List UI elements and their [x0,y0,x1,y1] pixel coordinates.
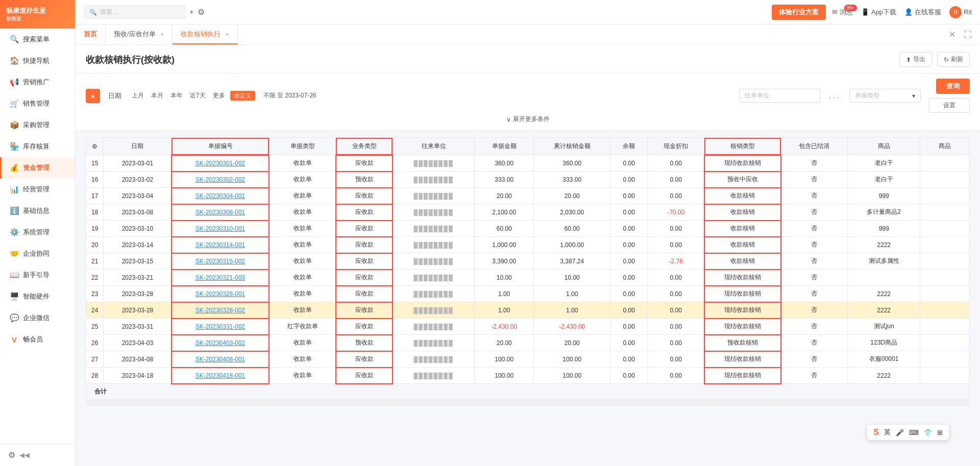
cell-doc-no[interactable]: SK-20230328-001 [172,286,269,302]
table-row: 27 2023-04-08 SK-20230408-001 收款单 应收款 ██… [86,351,970,367]
tab-action-close-icon[interactable]: ✕ [947,28,958,41]
sidebar-item-hardware[interactable]: 🖥️ 智能硬件 [0,286,75,307]
cell-doc-type: 收款单 [269,269,336,286]
cell-verified: 10.00 [534,269,610,286]
filter-receipt-type-select[interactable]: 单据类型 ▾ [849,89,921,103]
topbar-gear-icon[interactable]: ⚙ [198,7,205,17]
sidebar-item-quicknav[interactable]: 🏠 快捷导航 [0,50,75,71]
tab-home[interactable]: 首页 [76,24,106,44]
sidebar-item-wechat[interactable]: 💬 企业微信 [0,307,75,329]
industry-solution-button[interactable]: 体验行业方案 [772,5,826,20]
th-biz-type: 业务类型 [336,138,393,155]
cell-doc-type: 收款单 [269,204,336,220]
sidebar-item-operation[interactable]: 📊 经营管理 [0,179,75,200]
topbar-search-placeholder: 搜索... [100,8,117,16]
filter-date-this-year[interactable]: 本年 [168,90,185,101]
cell-doc-no[interactable]: SK-20230403-002 [172,335,269,351]
purchase-icon: 📦 [10,120,19,130]
cell-verified: -2,430.00 [534,318,610,335]
tab-current-close[interactable]: × [226,31,229,37]
cell-included: 否 [781,155,848,171]
tab-prepay[interactable]: 预收/应收付单 × [106,24,173,44]
sidebar-item-search[interactable]: 🔍 搜索菜单 [0,29,75,50]
cell-biz-type: 应收款 [336,220,393,237]
cell-doc-no[interactable]: SK-20230302-002 [172,171,269,188]
cell-doc-no[interactable]: SK-20230310-001 [172,220,269,237]
cell-num: 20 [86,237,104,253]
filter-dots[interactable]: ... [829,90,841,101]
topbar-message-action[interactable]: ✉ 消息 99+ [832,8,853,17]
sidebar-item-system[interactable]: ⚙️ 系统管理 [0,222,75,243]
filter-customer-input[interactable]: 往来单位 [739,89,821,103]
settings-button[interactable]: 设置 [929,98,970,113]
topbar-dropdown-icon[interactable]: ▾ [190,8,193,16]
sidebar-item-basic[interactable]: ℹ️ 基础信息 [0,200,75,222]
cell-customer: ████████ [393,286,474,302]
sidebar-item-basic-label: 基础信息 [23,206,50,215]
sidebar-item-finance[interactable]: 💰 资金管理 [0,157,75,179]
cell-discount: -70.00 [647,204,704,220]
cell-balance: 0.00 [610,253,648,269]
cell-num: 17 [86,188,104,204]
table-row: 23 2023-03-28 SK-20230328-001 收款单 应收款 ██… [86,286,970,302]
cell-doc-no[interactable]: SK-20230418-001 [172,367,269,384]
float-grid-icon[interactable]: ⊞ [937,429,943,436]
float-shirt-icon: 👕 [924,429,932,436]
filter-date-custom[interactable]: 自定义 [230,91,255,101]
cell-balance: 0.00 [610,237,648,253]
cell-verify-type: 预收款核销 [704,335,781,351]
tab-action-expand-icon[interactable]: ⛶ [962,28,974,41]
filter-date-7days[interactable]: 近7天 [188,90,208,101]
query-button[interactable]: 查询 [936,79,970,94]
th-col-settings[interactable]: ⚙ [86,138,104,155]
horizontal-scrollbar[interactable] [86,400,970,406]
col-settings-icon[interactable]: ⚙ [92,143,97,150]
cell-doc-type: 红字收款单 [269,318,336,335]
cell-doc-no[interactable]: SK-20230408-001 [172,351,269,367]
cell-biz-type: 预收款 [336,171,393,188]
filter-expand-button[interactable]: » [86,89,100,103]
float-keyboard-icon[interactable]: ⌨ [909,429,919,436]
sidebar-item-purchase[interactable]: 📦 采购管理 [0,114,75,136]
sidebar-item-guide[interactable]: 📖 新手引导 [0,264,75,286]
refresh-button[interactable]: ↻ 刷新 [937,52,970,67]
float-mic-icon[interactable]: 🎤 [896,429,904,436]
sidebar-item-corp[interactable]: 🤝 企业协同 [0,243,75,264]
table-row: 20 2023-03-14 SK-20230314-001 收款单 应收款 ██… [86,237,970,253]
settings-icon[interactable]: ⚙ [8,450,15,460]
cell-discount: 0.00 [647,220,704,237]
expand-more-icon: ∨ [506,116,511,123]
filter-date-more[interactable]: 更多 [211,90,227,101]
tab-current[interactable]: 收款核销执行 × [173,24,237,44]
sidebar-item-sales[interactable]: 🛒 销售管理 [0,93,75,114]
topbar-user-action[interactable]: R Rit [949,6,972,18]
filter-customer-placeholder: 往来单位 [745,92,769,99]
page-title-row: 收款核销执行(按收款) ⬆ 导出 ↻ 刷新 [86,52,970,67]
filter-date-last-month[interactable]: 上月 [130,90,146,101]
sidebar-item-inventory[interactable]: 🏪 库存核算 [0,136,75,157]
sidebar-item-hardware-label: 智能硬件 [23,292,50,301]
sidebar-item-guide-label: 新手引导 [23,271,50,280]
expand-more-conditions[interactable]: ∨ 展开更多条件 [86,113,970,126]
export-button[interactable]: ⬆ 导出 [899,52,932,67]
cell-doc-no[interactable]: SK-20230301-002 [172,155,269,171]
cell-included: 否 [781,335,848,351]
cell-product1: 999 [848,188,920,204]
cell-doc-no[interactable]: SK-20230308-001 [172,204,269,220]
tab-prepay-close[interactable]: × [161,31,164,37]
cell-doc-no[interactable]: SK-20230314-001 [172,237,269,253]
sidebar-item-marketing[interactable]: 📢 营销推广 [0,71,75,93]
cell-doc-no[interactable]: SK-20230321-003 [172,269,269,286]
cell-doc-no[interactable]: SK-20230331-002 [172,318,269,335]
cell-doc-no[interactable]: SK-20230328-002 [172,302,269,318]
cell-doc-no[interactable]: SK-20230304-001 [172,188,269,204]
sidebar-item-member[interactable]: V 畅会员 [0,329,75,350]
topbar-service-action[interactable]: 👤 在线客服 [904,8,941,17]
filter-date-this-month[interactable]: 本月 [149,90,165,101]
cell-included: 否 [781,188,848,204]
collapse-icon[interactable]: ◀◀ [19,451,30,459]
topbar-appdownload-action[interactable]: 📱 App下载 [861,8,896,17]
float-badge: S 英 🎤 ⌨ 👕 ⊞ [867,424,949,440]
cell-doc-no[interactable]: SK-20230315-002 [172,253,269,269]
th-customer: 往来单位 [393,138,474,155]
